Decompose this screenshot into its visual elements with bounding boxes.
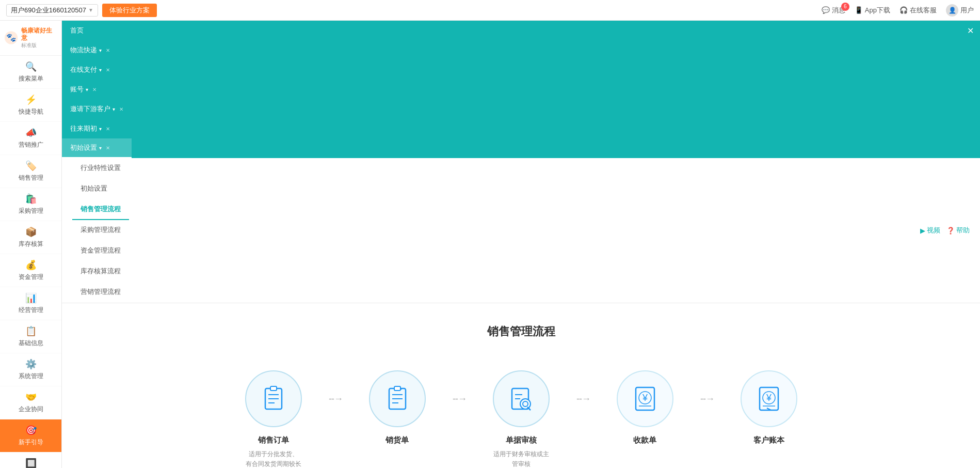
system-mgmt-icon: ⚙️ bbox=[25, 358, 37, 370]
sub-tab-industry-settings[interactable]: 行业特性设置 bbox=[72, 158, 129, 179]
svg-rect-11 bbox=[394, 386, 400, 391]
question-icon: ❓ bbox=[946, 227, 955, 235]
finance-mgmt-icon: 💰 bbox=[25, 259, 37, 271]
sales-mgmt-icon: 🏷️ bbox=[25, 160, 37, 171]
app-download-item[interactable]: 📱 App下载 bbox=[855, 6, 890, 15]
message-badge: 6 bbox=[841, 3, 849, 11]
flow-step-label-doc-review: 单据审核 bbox=[506, 435, 537, 445]
nav-tab-account[interactable]: 账号▾✕ bbox=[62, 80, 132, 99]
page-title: 销售管理流程 bbox=[83, 324, 959, 339]
sidebar-item-basic-info[interactable]: 📋 基础信息 bbox=[0, 320, 61, 353]
message-icon: 💬 bbox=[822, 6, 830, 14]
flow-step-sales-invoice: 销货单 bbox=[351, 370, 444, 449]
flow-diagram: 销售订单 适用于分批发货、有合同发货周期较长（注：非必要流程） - - → 销货… bbox=[83, 370, 959, 468]
flow-arrow-3: - - → bbox=[692, 370, 722, 427]
sidebar-item-app-center[interactable]: 🔲 应用中心 bbox=[0, 453, 61, 468]
app-download-label: App下载 bbox=[865, 6, 890, 15]
sub-tab-initial-setup[interactable]: 初始设置 bbox=[72, 179, 129, 199]
sidebar-item-system-mgmt[interactable]: ⚙️ 系统管理 bbox=[0, 353, 61, 386]
online-service-item[interactable]: 🎧 在线客服 bbox=[899, 6, 937, 15]
trial-button[interactable]: 体验行业方案 bbox=[102, 4, 157, 17]
sidebar-item-search[interactable]: 🔍 搜索菜单 bbox=[0, 56, 61, 89]
search-icon: 🔍 bbox=[25, 61, 37, 72]
nav-tab-close-account[interactable]: ✕ bbox=[92, 87, 97, 92]
user-selector[interactable]: 用户690企业1660120507 ▼ bbox=[6, 4, 98, 17]
top-bar-left: 用户690企业1660120507 ▼ 体验行业方案 bbox=[6, 4, 157, 17]
nav-tab-close-period-init[interactable]: ✕ bbox=[106, 126, 110, 132]
flow-circle-doc-review[interactable] bbox=[493, 370, 550, 427]
flow-arrow-1: - - → bbox=[444, 370, 475, 427]
sidebar-item-label-quick-nav: 快捷导航 bbox=[19, 107, 43, 116]
flow-circle-customer-ledger[interactable]: ¥ bbox=[741, 370, 797, 427]
sidebar-item-operations-mgmt[interactable]: 📊 经营管理 bbox=[0, 287, 61, 320]
sub-tab-finance-flow[interactable]: 资金管理流程 bbox=[72, 241, 129, 261]
nav-tab-label-logistics: 物流快递 bbox=[70, 45, 97, 55]
flow-step-sales-order: 销售订单 适用于分批发货、有合同发货周期较长（注：非必要流程） bbox=[227, 370, 320, 468]
flow-step-label-sales-invoice: 销货单 bbox=[385, 435, 409, 445]
close-all-tabs-button[interactable]: ✕ bbox=[961, 21, 980, 40]
nav-tabs-list: 首页物流快递▾✕在线支付▾✕账号▾✕邀请下游客户▾✕往来期初▾✕初始设置▾✕ bbox=[62, 21, 132, 158]
sidebar-item-new-guide[interactable]: 🎯 新手引导 bbox=[0, 419, 61, 453]
sub-tab-sales-flow[interactable]: 销售管理流程 bbox=[72, 199, 129, 220]
flow-step-customer-ledger: ¥ 客户账本 bbox=[722, 370, 815, 449]
logo-text: 畅康诸好生意 bbox=[21, 27, 57, 42]
nav-tab-initial-setup[interactable]: 初始设置▾✕ bbox=[62, 138, 132, 158]
nav-tab-invite-downstream[interactable]: 邀请下游客户▾✕ bbox=[62, 99, 132, 119]
online-service-label: 在线客服 bbox=[910, 6, 937, 15]
sub-tab-inventory-flow[interactable]: 库存核算流程 bbox=[72, 261, 129, 282]
sidebar-item-inventory[interactable]: 📦 库存核算 bbox=[0, 221, 61, 254]
flow-step-desc-doc-review: 适用于财务审核或主管审核（注：非必要流程） bbox=[493, 449, 549, 468]
operations-mgmt-icon: 📊 bbox=[25, 292, 37, 304]
chevron-down-icon: ▼ bbox=[88, 7, 93, 13]
nav-tab-period-init[interactable]: 往来期初▾✕ bbox=[62, 119, 132, 138]
flow-circle-sales-invoice[interactable] bbox=[369, 370, 426, 427]
sidebar-item-label-operations-mgmt: 经营管理 bbox=[19, 306, 43, 315]
sidebar-item-quick-nav[interactable]: ⚡ 快捷导航 bbox=[0, 89, 61, 122]
nav-tab-close-invite-downstream[interactable]: ✕ bbox=[119, 106, 123, 112]
nav-tab-logistics[interactable]: 物流快递▾✕ bbox=[62, 40, 132, 60]
nav-tab-label-invite-downstream: 邀请下游客户 bbox=[70, 104, 110, 114]
nav-tab-close-logistics[interactable]: ✕ bbox=[106, 48, 110, 53]
nav-tab-close-online-payment[interactable]: ✕ bbox=[106, 67, 110, 73]
flow-arrow-2: - - → bbox=[568, 370, 599, 427]
sidebar-item-enterprise-collab[interactable]: 🤝 企业协同 bbox=[0, 386, 61, 419]
sub-tab-marketing-flow[interactable]: 营销管理流程 bbox=[72, 282, 129, 303]
sidebar-item-purchase-mgmt[interactable]: 🛍️ 采购管理 bbox=[0, 188, 61, 221]
flow-circle-receipt[interactable]: ¥ bbox=[617, 370, 673, 427]
phone-icon: 📱 bbox=[855, 6, 863, 14]
nav-tab-online-payment[interactable]: 在线支付▾✕ bbox=[62, 60, 132, 80]
sub-tab-purchase-flow[interactable]: 采购管理流程 bbox=[72, 220, 129, 241]
sidebar-item-label-system-mgmt: 系统管理 bbox=[19, 372, 43, 381]
help-link[interactable]: ❓ 帮助 bbox=[946, 226, 970, 235]
message-item[interactable]: 💬 消息 6 bbox=[822, 6, 845, 15]
flow-step-label-receipt: 收款单 bbox=[633, 435, 656, 445]
nav-tab-close-initial-setup[interactable]: ✕ bbox=[106, 145, 110, 151]
nav-tab-chevron-invite-downstream: ▾ bbox=[113, 106, 115, 112]
logo-sub: 标准版 bbox=[21, 42, 57, 49]
app-center-icon: 🔲 bbox=[25, 458, 37, 468]
sidebar-item-marketing-promo[interactable]: 📣 营销推广 bbox=[0, 122, 61, 155]
nav-tab-label-account: 账号 bbox=[70, 85, 84, 94]
sidebar-item-label-inventory: 库存核算 bbox=[19, 240, 43, 248]
play-icon: ▶ bbox=[920, 227, 925, 235]
basic-info-icon: 📋 bbox=[25, 325, 37, 337]
sidebar-items: 🔍 搜索菜单 ⚡ 快捷导航 📣 营销推广 🏷️ 销售管理 🛍️ 采购管理 📦 库… bbox=[0, 56, 61, 468]
sidebar-item-label-marketing-promo: 营销推广 bbox=[19, 141, 43, 149]
nav-tab-home[interactable]: 首页 bbox=[62, 21, 132, 40]
quick-nav-icon: ⚡ bbox=[25, 94, 37, 105]
user-selector-text: 用户690企业1660120507 bbox=[11, 6, 86, 15]
main-layout: 🐾 畅康诸好生意 标准版 🔍 搜索菜单 ⚡ 快捷导航 📣 营销推广 🏷️ 销售管… bbox=[0, 21, 980, 468]
headset-icon: 🎧 bbox=[899, 6, 908, 14]
enterprise-collab-icon: 🤝 bbox=[25, 392, 37, 403]
user-item[interactable]: 👤 用户 bbox=[946, 4, 974, 17]
flow-circle-sales-order[interactable] bbox=[245, 370, 302, 427]
svg-rect-6 bbox=[270, 386, 277, 391]
sub-tabs-list: 行业特性设置初始设置销售管理流程采购管理流程资金管理流程库存核算流程营销管理流程 bbox=[72, 158, 129, 303]
nav-tab-chevron-account: ▾ bbox=[86, 87, 88, 92]
sidebar-item-label-search: 搜索菜单 bbox=[19, 74, 43, 83]
sidebar-item-finance-mgmt[interactable]: 💰 资金管理 bbox=[0, 254, 61, 287]
video-link[interactable]: ▶ 视频 bbox=[920, 226, 940, 235]
sidebar-item-label-finance-mgmt: 资金管理 bbox=[19, 273, 43, 282]
flow-step-label-customer-ledger: 客户账本 bbox=[753, 435, 784, 445]
sidebar-item-sales-mgmt[interactable]: 🏷️ 销售管理 bbox=[0, 155, 61, 188]
